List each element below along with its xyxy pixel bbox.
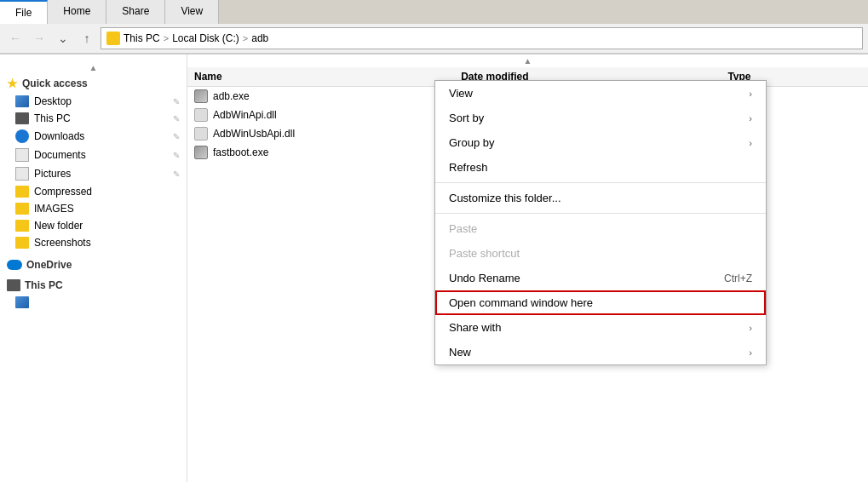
ctx-paste-shortcut-label: Paste shortcut [449,247,520,260]
sidebar-item-documents[interactable]: Documents ✎ [0,146,187,164]
monitor-icon [15,112,29,124]
star-icon: ★ [7,77,18,90]
ctx-view-label: View [449,87,473,100]
ctx-customize[interactable]: Customize this folder... [435,186,766,210]
folder-icon-new [15,220,29,232]
file-dll-icon-2 [194,127,208,141]
ctx-sortby-arrow: › [749,113,752,123]
sidebar-item-pictures[interactable]: Pictures ✎ [0,164,187,183]
ctx-undo-rename-shortcut: Ctrl+Z [724,273,752,284]
sidebar-item-newfolder[interactable]: New folder [0,217,187,234]
ctx-paste[interactable]: Paste [435,216,766,241]
pin-icon-3: ✎ [173,132,180,141]
file-list: ▲ Name Date modified Type adb.exe AdbWin… [187,55,868,482]
ctx-divider-2 [435,213,766,214]
sidebar-item-bottom[interactable] [0,294,187,311]
ctx-paste-shortcut[interactable]: Paste shortcut [435,241,766,266]
ctx-new-label: New [449,346,471,359]
exe-icon-3 [194,146,208,159]
ctx-undo-rename-label: Undo Rename [449,272,520,284]
tab-view[interactable]: View [165,0,219,24]
ctx-customize-label: Customize this folder... [449,192,561,204]
onedrive-header: OneDrive [0,256,187,273]
ctx-sortby[interactable]: Sort by › [435,106,766,130]
ctx-new[interactable]: New › [435,340,766,364]
ctx-view-arrow: › [749,89,752,99]
file-name-1: AdbWinApi.dll [213,109,277,121]
sidebar-item-screenshots[interactable]: Screenshots [0,234,187,251]
file-name-2: AdbWinUsbApi.dll [213,128,295,140]
quick-access-label: Quick access [22,77,88,89]
ctx-refresh[interactable]: Refresh [435,155,766,180]
downloads-icon [15,129,29,143]
bottom-icon [15,296,29,308]
address-bar: ← → ⌄ ↑ This PC > Local Disk (C:) > adb [0,24,868,54]
ctx-sortby-label: Sort by [449,112,484,124]
sidebar-item-desktop[interactable]: Desktop ✎ [0,93,187,110]
ctx-open-command-label: Open command window here [449,296,593,309]
ctx-share-with-label: Share with [449,321,501,334]
file-dll-icon-1 [194,108,208,122]
address-sep-1: > [164,33,169,43]
thispc-section-label: This PC [25,279,63,291]
onedrive-label: OneDrive [26,259,72,271]
ctx-share-with[interactable]: Share with › [435,315,766,340]
pin-icon-4: ✎ [173,151,180,160]
dll-icon-1 [194,108,208,122]
sidebar-item-documents-label: Documents [34,149,86,161]
recent-button[interactable]: ⌄ [53,28,73,49]
folder-icon [106,32,120,45]
address-part-3: adb [251,32,268,44]
up-button[interactable]: ↑ [77,28,97,49]
col-header-name: Name [194,71,461,83]
tab-home[interactable]: Home [48,0,106,24]
pin-icon-2: ✎ [173,114,180,123]
thispc-section-icon [7,279,20,291]
ctx-groupby-arrow: › [749,138,752,148]
ctx-view[interactable]: View › [435,81,766,106]
sidebar-item-images[interactable]: IMAGES [0,200,187,217]
thispc-section: This PC [0,277,187,294]
back-button[interactable]: ← [5,28,26,49]
sidebar-item-downloads[interactable]: Downloads ✎ [0,127,187,146]
sidebar-item-compressed-label: Compressed [34,186,92,198]
pin-icon-5: ✎ [173,169,180,179]
ctx-divider-1 [435,182,766,183]
sidebar-item-newfolder-label: New folder [34,220,83,232]
pics-icon [15,167,29,181]
address-part-1: This PC [124,32,160,44]
tab-share[interactable]: Share [106,0,165,24]
scroll-up-indicator: ▲ [0,61,187,74]
file-scroll-up: ▲ [187,55,868,67]
context-menu: View › Sort by › Group by › Refresh Cust… [434,80,767,365]
file-name-3: fastboot.exe [213,146,268,158]
quick-access-header: ★ Quick access [0,74,187,93]
address-sep-2: > [243,33,248,43]
dll-icon-2 [194,127,208,141]
docs-icon [15,148,29,162]
exe-icon [194,89,208,103]
sidebar-item-thispc[interactable]: This PC ✎ [0,110,187,127]
sidebar: ▲ ★ Quick access Desktop ✎ This PC ✎ Dow… [0,55,187,482]
sidebar-item-downloads-label: Downloads [34,130,84,142]
ctx-new-arrow: › [749,347,752,358]
main-layout: ▲ ★ Quick access Desktop ✎ This PC ✎ Dow… [0,55,868,482]
tab-file[interactable]: File [0,0,48,24]
ctx-paste-label: Paste [449,222,477,235]
folder-icon-compressed [15,186,29,198]
ctx-groupby[interactable]: Group by › [435,130,766,155]
ctx-undo-rename[interactable]: Undo Rename Ctrl+Z [435,266,766,290]
folder-icon-screenshots [15,237,29,249]
desktop-icon [15,95,29,107]
ctx-open-command-window[interactable]: Open command window here [435,290,766,315]
pin-icon: ✎ [173,97,180,106]
onedrive-icon [7,260,22,270]
sidebar-item-compressed[interactable]: Compressed [0,183,187,200]
sidebar-item-thispc-label: This PC [34,112,71,124]
sidebar-item-desktop-label: Desktop [34,95,72,107]
ribbon: File Home Share View ← → ⌄ ↑ This PC > L… [0,0,868,55]
address-field[interactable]: This PC > Local Disk (C:) > adb [101,27,863,49]
forward-button[interactable]: → [29,28,49,49]
folder-icon-images [15,203,29,215]
sidebar-item-pictures-label: Pictures [34,168,71,180]
